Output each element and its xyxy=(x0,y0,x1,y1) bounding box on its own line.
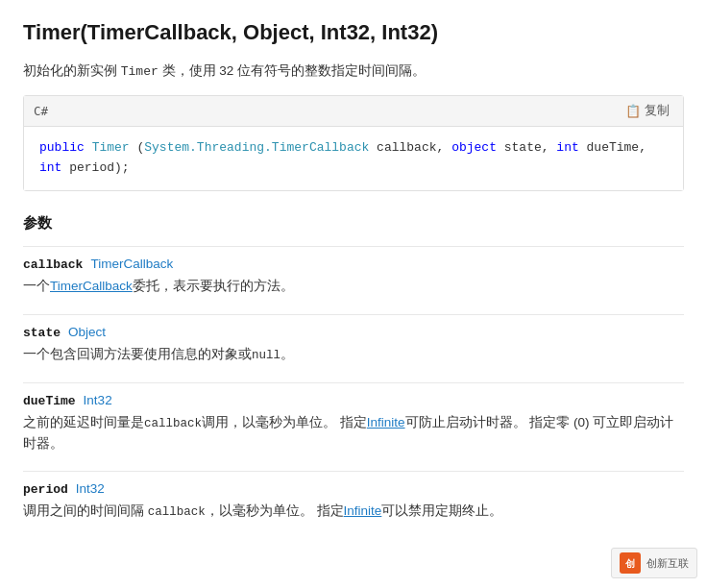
param-block-period: period Int32 调用之间的时间间隔 callback，以毫秒为单位。 … xyxy=(23,471,684,526)
param-desc-state: 一个包含回调方法要使用信息的对象或null。 xyxy=(23,344,684,365)
param-header-duetime: dueTime Int32 xyxy=(23,393,684,408)
param-type-state[interactable]: Object xyxy=(68,325,106,339)
code-lang-label: C# xyxy=(34,104,48,118)
param-name-period: period xyxy=(23,482,68,497)
param-type-period[interactable]: Int32 xyxy=(76,481,105,496)
watermark: 创 创新互联 xyxy=(611,548,697,578)
watermark-icon: 创 xyxy=(620,552,641,574)
timercallback-link[interactable]: TimerCallback xyxy=(50,279,133,293)
param-name-state: state xyxy=(23,326,61,340)
params-section-title: 参数 xyxy=(23,214,684,233)
param-block-callback: callback TimerCallback 一个TimerCallback委托… xyxy=(23,246,684,301)
param-header-state: state Object xyxy=(23,325,684,340)
param-desc-duetime: 之前的延迟时间量是callback调用，以毫秒为单位。 指定Infinite可防… xyxy=(23,412,684,454)
param-desc-callback: 一个TimerCallback委托，表示要执行的方法。 xyxy=(23,276,684,297)
callback-mono-duetime: callback xyxy=(144,417,202,430)
param-block-duetime: dueTime Int32 之前的延迟时间量是callback调用，以毫秒为单位… xyxy=(23,382,684,458)
param-desc-period: 调用之间的时间间隔 callback，以毫秒为单位。 指定Infinite可以禁… xyxy=(23,501,684,522)
param-header-period: period Int32 xyxy=(23,481,684,497)
param-header-callback: callback TimerCallback xyxy=(23,257,684,272)
param-name-duetime: dueTime xyxy=(23,394,76,408)
infinite-link-period[interactable]: Infinite xyxy=(344,503,382,518)
copy-icon: 📋 xyxy=(625,104,641,118)
svg-text:创: 创 xyxy=(624,558,635,569)
param-type-duetime[interactable]: Int32 xyxy=(84,393,112,407)
description-text: 初始化的新实例 Timer 类，使用 32 位有符号的整数指定时间间隔。 xyxy=(23,61,684,83)
infinite-link-duetime[interactable]: Infinite xyxy=(367,415,405,429)
brand-icon: 创 xyxy=(621,553,640,573)
page-title: Timer(TimerCallback, Object, Int32, Int3… xyxy=(23,19,684,47)
copy-label: 复制 xyxy=(645,103,670,119)
copy-button[interactable]: 📋 复制 xyxy=(622,101,673,121)
code-block-header: C# 📋 复制 xyxy=(24,96,683,127)
callback-mono-period: callback xyxy=(148,505,206,519)
watermark-text: 创新互联 xyxy=(646,556,689,571)
description-mono: Timer xyxy=(121,64,158,79)
param-block-state: state Object 一个包含回调方法要使用信息的对象或null。 xyxy=(23,314,684,369)
code-block: C# 📋 复制 public Timer (System.Threading.T… xyxy=(23,95,684,191)
null-mono: null xyxy=(252,349,280,362)
param-type-callback[interactable]: TimerCallback xyxy=(90,257,173,271)
code-body: public Timer (System.Threading.TimerCall… xyxy=(24,127,683,190)
code-content: public Timer (System.Threading.TimerCall… xyxy=(39,138,668,179)
param-name-callback: callback xyxy=(23,257,83,272)
params-section: 参数 callback TimerCallback 一个TimerCallbac… xyxy=(23,214,684,526)
